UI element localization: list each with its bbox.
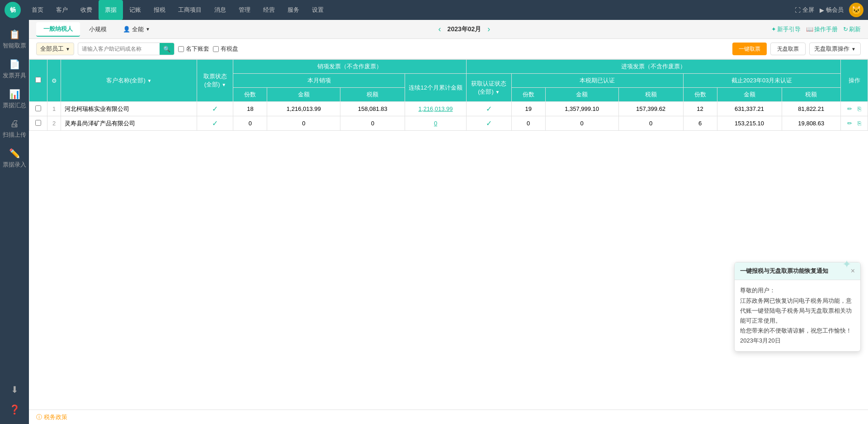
row-checkbox[interactable] <box>35 120 41 126</box>
member-btn[interactable]: ▶ 畅会员 <box>820 6 844 14</box>
sidebar-help-btn[interactable]: ❓ <box>5 400 25 419</box>
th-uncert-shares: 份数 <box>683 88 717 102</box>
tab-all[interactable]: 👤 全能 ▼ <box>116 23 157 36</box>
edit-icon[interactable]: ✏ <box>847 105 852 112</box>
main-layout: 📋 智能取票 📄 发票开具 📊 票据汇总 🖨 扫描上传 ✏️ 票据录入 ⬇ ❓ … <box>0 20 868 424</box>
sub-nav: 一般纳税人 小规模 👤 全能 ▼ ‹ 2023年02月 › ✦ 新手引导 📖 操… <box>29 20 868 39</box>
nav-fee[interactable]: 收费 <box>74 0 99 20</box>
td-uncert-shares: 12 <box>683 102 717 116</box>
sidebar-download-btn[interactable]: ⬇ <box>6 380 23 400</box>
sidebar: 📋 智能取票 📄 发票开具 📊 票据汇总 🖨 扫描上传 ✏️ 票据录入 ⬇ ❓ <box>0 20 29 424</box>
diskless-fetch-btn[interactable]: 无盘取票 <box>770 43 806 55</box>
search-icon: 🔍 <box>163 46 170 52</box>
search-button[interactable]: 🔍 <box>160 43 174 55</box>
td-sales-amount: 0 <box>267 116 340 131</box>
bottom-bar: ⓘ 税务政策 <box>29 410 868 424</box>
td-client-name: 灵寿县尚泽矿产品有限公司 <box>61 116 197 131</box>
td-uncert-tax: 19,808.63 <box>782 116 840 131</box>
guide-link[interactable]: ✦ 新手引导 <box>771 25 801 33</box>
nav-account[interactable]: 记账 <box>123 0 147 20</box>
td-12month-amount[interactable]: 0 <box>405 116 466 131</box>
nav-business[interactable]: 工商项目 <box>172 0 208 20</box>
status-check-icon: ✓ <box>212 105 218 113</box>
sidebar-item-scan[interactable]: 🖨 扫描上传 <box>0 114 29 143</box>
th-sales-shares: 份数 <box>233 88 267 102</box>
refresh-link[interactable]: ↻ 刷新 <box>843 25 861 33</box>
search-input[interactable] <box>78 46 160 52</box>
edit-icon[interactable]: ✏ <box>847 120 852 127</box>
td-uncert-amount: 153,215.10 <box>717 116 782 131</box>
td-checkbox <box>29 102 47 116</box>
td-fetch-status: ✓ <box>197 102 233 116</box>
tax-policy-link[interactable]: ⓘ 税务政策 <box>36 413 67 421</box>
tab-small-scale[interactable]: 小规模 <box>82 23 114 36</box>
copy-icon[interactable]: ⎘ <box>858 105 861 112</box>
checkbox-taxdisk[interactable]: 有税盘 <box>213 45 238 53</box>
manual-link[interactable]: 📖 操作手册 <box>806 25 838 33</box>
account-checkbox[interactable] <box>178 46 184 52</box>
td-client-name: 河北柯瑞栋实业有限公司 <box>61 102 197 116</box>
nav-settings[interactable]: 设置 <box>306 0 330 20</box>
all-tab-icon: 👤 <box>123 26 130 33</box>
smart-fetch-icon: 📋 <box>9 29 20 40</box>
status-filter-icon[interactable]: ▼ <box>222 82 226 87</box>
guide-icon: ✦ <box>771 26 776 33</box>
th-purchase-shares: 份数 <box>511 88 545 102</box>
chevron-down-icon: ▼ <box>66 47 70 52</box>
summary-icon: 📊 <box>9 89 20 100</box>
th-sales-amount: 金额 <box>267 88 340 102</box>
nav-service[interactable]: 服务 <box>281 0 306 20</box>
nav-menu: 首页 客户 收费 票据 记账 报税 工商项目 消息 管理 经营 服务 设置 <box>25 0 795 20</box>
diskless-operation-btn[interactable]: 无盘取票操作 ▼ <box>809 43 861 55</box>
nav-client[interactable]: 客户 <box>50 0 74 20</box>
td-purchase-shares: 0 <box>511 116 545 131</box>
tab-general-taxpayer[interactable]: 一般纳税人 <box>36 22 80 37</box>
td-cert-status: ✓ <box>466 102 511 116</box>
nav-home[interactable]: 首页 <box>25 0 50 20</box>
notification-body: 尊敬的用户：江苏政务网已恢复访问电子税务局功能，意代账一键登陆电子税务局与无盘取… <box>735 280 860 351</box>
scan-icon: 🖨 <box>10 119 19 129</box>
taxdisk-checkbox[interactable] <box>213 46 219 52</box>
sidebar-item-smart-fetch[interactable]: 📋 智能取票 <box>0 24 29 54</box>
nav-invoice[interactable]: 票据 <box>99 0 123 20</box>
next-month-btn[interactable]: › <box>485 24 493 35</box>
avatar[interactable]: 🐱 <box>849 3 863 17</box>
employee-filter[interactable]: 全部员工 ▼ <box>36 43 74 55</box>
td-purchase-tax: 0 <box>618 116 683 131</box>
td-checkbox <box>29 116 47 131</box>
cert-filter-icon[interactable]: ▼ <box>495 90 500 95</box>
sidebar-item-entry[interactable]: ✏️ 票据录入 <box>0 143 29 173</box>
checkbox-account[interactable]: 名下账套 <box>178 45 209 53</box>
td-purchase-tax: 157,399.62 <box>618 102 683 116</box>
table-row: 2 灵寿县尚泽矿产品有限公司 ✓ 0 0 0 0 ✓ 0 0 0 6 153,2… <box>29 116 868 131</box>
sidebar-item-invoice-open[interactable]: 📄 发票开具 <box>0 54 29 84</box>
sidebar-item-summary[interactable]: 📊 票据汇总 <box>0 84 29 114</box>
nav-manage[interactable]: 管理 <box>232 0 257 20</box>
nav-message[interactable]: 消息 <box>208 0 232 20</box>
nav-tax[interactable]: 报税 <box>147 0 172 20</box>
notification-text: 尊敬的用户：江苏政务网已恢复访问电子税务局功能，意代账一键登陆电子税务局与无盘取… <box>740 287 852 343</box>
search-wrap: 🔍 <box>78 43 175 55</box>
cert-check-icon: ✓ <box>486 119 492 127</box>
td-sales-amount: 1,216,013.99 <box>267 102 340 116</box>
th-sales-tax: 税额 <box>340 88 405 102</box>
invoice-table: ⚙ 客户名称(全部) ▼ 取票状态(全部) ▼ 销项发票（不含作废票） 进项发票… <box>29 59 868 131</box>
notification-close-btn[interactable]: × <box>851 267 855 275</box>
filter-icon[interactable]: ▼ <box>147 78 151 83</box>
copy-icon[interactable]: ⎘ <box>858 120 861 127</box>
th-settings: ⚙ <box>47 60 61 102</box>
td-uncert-amount: 631,337.21 <box>717 102 782 116</box>
nav-operation[interactable]: 经营 <box>257 0 281 20</box>
prev-month-btn[interactable]: ‹ <box>436 24 444 35</box>
fullscreen-btn[interactable]: ⛶ 全屏 <box>795 6 814 14</box>
th-uncert-amount: 金额 <box>717 88 782 102</box>
one-click-fetch-btn[interactable]: 一键取票 <box>732 43 767 55</box>
th-current-month: 本月销项 <box>233 74 405 88</box>
row-checkbox[interactable] <box>35 105 41 111</box>
info-icon: ⓘ <box>36 413 42 421</box>
sidebar-bottom: ⬇ ❓ <box>5 380 25 424</box>
td-12month-amount[interactable]: 1,216,013.99 <box>405 102 466 116</box>
th-purchase-tax: 税额 <box>618 88 683 102</box>
select-all-checkbox[interactable] <box>35 77 41 83</box>
notification-title: 一键报税与无盘取票功能恢复通知 <box>740 267 828 275</box>
